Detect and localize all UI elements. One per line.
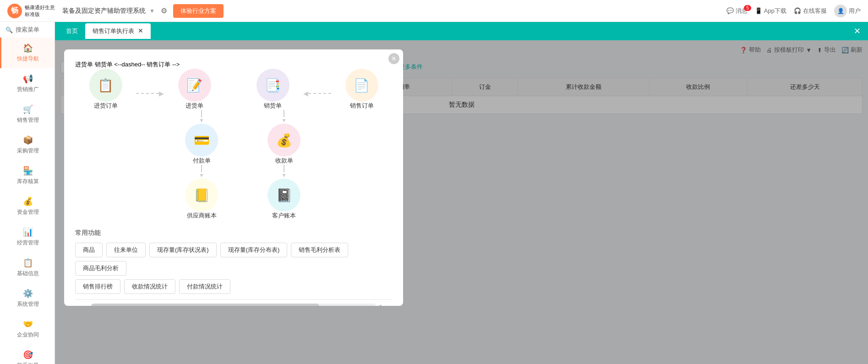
- app-download-label: App下载: [764, 7, 786, 15]
- func-btn-receipt-stat[interactable]: 收款情况统计: [124, 279, 175, 294]
- purchase-bill-label: 进货单: [186, 102, 203, 110]
- app-download-button[interactable]: 📱 App下载: [755, 7, 786, 15]
- system-title-text: 装备及固定资产辅助管理系统: [62, 7, 146, 15]
- sidebar-label-marketing: 营销推广: [17, 86, 39, 93]
- purchase-order-label: 进货订单: [94, 102, 118, 110]
- customer-ledger-label: 客户账本: [272, 212, 296, 220]
- sidebar-item-inventory[interactable]: 🏪 库存核算: [0, 160, 55, 191]
- flow-node-receipt[interactable]: 💰 收款单: [252, 124, 316, 165]
- clipboard-icon: 📋: [23, 258, 33, 268]
- func-btn-sales-profit[interactable]: 销售毛利分析表: [291, 243, 348, 257]
- sidebar-item-operations[interactable]: 📊 经营管理: [0, 222, 55, 252]
- common-func-title: 常用功能: [75, 229, 392, 237]
- sidebar-label-basic-info: 基础信息: [17, 270, 39, 277]
- search-menu-label: 搜索菜单: [16, 26, 39, 34]
- tab-sales-exec-label: 销售订单执行表: [93, 27, 134, 34]
- sidebar-label-quick-nav: 快捷导航: [17, 55, 39, 63]
- sidebar-item-newbie[interactable]: 🎯 新手引导: [0, 344, 55, 364]
- sidebar-item-sales[interactable]: 🛒 销售管理: [0, 99, 55, 130]
- sales-order-circle: 📄: [345, 69, 378, 102]
- top-bar: 畅 畅康通好生意 标准版 装备及固定资产辅助管理系统 ▼ ⚙ 体验行业方案 💬 …: [0, 0, 868, 22]
- guide-icon: 🎯: [23, 350, 33, 360]
- sidebar-item-system[interactable]: ⚙️ 系统管理: [0, 283, 55, 314]
- sales-bill-circle: 📑: [257, 69, 289, 102]
- receipt-label: 收款单: [275, 157, 293, 165]
- sidebar-label-operations: 经营管理: [17, 239, 39, 247]
- sidebar-item-basic-info[interactable]: 📋 基础信息: [0, 252, 55, 283]
- flow-node-purchase-bill[interactable]: 📝 进货单: [164, 69, 225, 110]
- scroll-right-icon[interactable]: ▶: [380, 303, 385, 306]
- user-avatar[interactable]: 👤 用户: [834, 5, 861, 17]
- purchase-order-icon: 📋: [98, 78, 114, 93]
- system-title: 装备及固定资产辅助管理系统 ▼ ⚙ 体验行业方案: [62, 4, 726, 18]
- sales-order-label: 销售订单: [350, 102, 374, 110]
- sidebar-item-quick-nav[interactable]: 🏠 快捷导航: [0, 38, 55, 68]
- func-btn-product-profit[interactable]: 商品毛利分析: [75, 261, 126, 276]
- flow-node-customer-ledger[interactable]: 📓 客户账本: [252, 179, 316, 220]
- flow-node-sales-bill[interactable]: 📑 销货单: [242, 69, 303, 110]
- system-dropdown-arrow[interactable]: ▼: [149, 8, 155, 14]
- flow-node-payment[interactable]: 💳 付款单: [169, 124, 234, 165]
- sidebar: 🔍 搜索菜单 🏠 快捷导航 📢 营销推广 🛒 销售管理 📦 采购管理 🏪 库存核…: [0, 22, 55, 364]
- sidebar-item-marketing[interactable]: 📢 营销推广: [0, 68, 55, 99]
- modal-overlay[interactable]: ✕ 进货单 销货单 <--dashed-- 销售订单 --> 📋 进货订单: [55, 40, 868, 364]
- flow-node-purchase-order[interactable]: 📋 进货订单: [75, 69, 136, 110]
- sidebar-label-inventory: 库存核算: [17, 178, 39, 185]
- top-right-actions: 💬 消息 5 📱 App下载 🎧 在线客服 👤 用户: [726, 5, 861, 17]
- payment-icon: 💳: [194, 133, 210, 148]
- message-button[interactable]: 💬 消息 5: [726, 7, 748, 15]
- modal-scrollbar[interactable]: ▶: [75, 299, 392, 306]
- content-area: 首页 销售订单执行表 ✕ ✕ ❓ 帮助 🖨 按模板打印 ▼: [55, 22, 868, 364]
- customer-ledger-icon: 📓: [276, 188, 292, 203]
- sales-bill-icon: 📑: [265, 78, 281, 93]
- settings-icon[interactable]: ⚙: [158, 5, 169, 16]
- func-btn-product[interactable]: 商品: [75, 243, 103, 257]
- user-label: 用户: [849, 7, 861, 15]
- main-layout: 🔍 搜索菜单 🏠 快捷导航 📢 营销推广 🛒 销售管理 📦 采购管理 🏪 库存核…: [0, 22, 868, 364]
- func-buttons-row2: 销售排行榜 收款情况统计 付款情况统计: [75, 279, 392, 294]
- trial-button[interactable]: 体验行业方案: [173, 4, 224, 18]
- customer-ledger-circle: 📓: [267, 179, 300, 212]
- supplier-ledger-icon: 📒: [194, 188, 210, 203]
- tab-sales-exec[interactable]: 销售订单执行表 ✕: [85, 23, 151, 39]
- tab-close-icon[interactable]: ✕: [138, 27, 143, 34]
- sidebar-item-purchase[interactable]: 📦 采购管理: [0, 130, 55, 160]
- search-icon: 🔍: [5, 27, 13, 33]
- func-btn-counterpart[interactable]: 往来单位: [106, 243, 146, 257]
- search-menu-button[interactable]: 🔍 搜索菜单: [0, 22, 55, 38]
- sales-order-icon: 📄: [354, 78, 370, 93]
- func-btn-payment-stat[interactable]: 付款情况统计: [179, 279, 230, 294]
- sidebar-item-enterprise[interactable]: 🤝 企业协同: [0, 314, 55, 344]
- home-icon: 🏠: [23, 43, 33, 53]
- message-icon: 💬: [726, 7, 734, 14]
- purchase-bill-circle: 📝: [178, 69, 211, 102]
- money-icon: 💰: [23, 196, 33, 206]
- payment-label: 付款单: [193, 157, 211, 165]
- phone-icon: 📱: [755, 7, 762, 14]
- sidebar-label-sales: 销售管理: [17, 116, 39, 124]
- func-buttons-row1: 商品 往来单位 现存量(库存状况表) 现存量(库存分布表) 销售毛利分析表 商品…: [75, 243, 392, 276]
- func-btn-stock-status[interactable]: 现存量(库存状况表): [149, 243, 217, 257]
- cart-icon: 🛒: [23, 104, 33, 114]
- down-arrow-receipt: ▼: [252, 165, 316, 179]
- receipt-circle: 💰: [267, 124, 300, 157]
- window-close-icon[interactable]: ✕: [854, 26, 861, 36]
- supplier-ledger-circle: 📒: [185, 179, 218, 212]
- sidebar-label-enterprise: 企业协同: [17, 331, 39, 339]
- func-btn-stock-dist[interactable]: 现存量(库存分布表): [220, 243, 288, 257]
- sidebar-item-finance[interactable]: 💰 资金管理: [0, 191, 55, 222]
- chart-icon: 📊: [23, 227, 33, 237]
- tab-bar: 首页 销售订单执行表 ✕ ✕: [55, 22, 868, 40]
- gear-icon: ⚙️: [23, 288, 33, 299]
- tab-home[interactable]: 首页: [59, 23, 85, 39]
- supplier-ledger-label: 供应商账本: [187, 212, 217, 220]
- box-icon: 📦: [23, 135, 33, 145]
- logo-icon: 畅: [7, 4, 22, 18]
- online-service-button[interactable]: 🎧 在线客服: [794, 7, 827, 15]
- flow-node-sales-order[interactable]: 📄 销售订单: [331, 69, 392, 110]
- down-arrow-purchase-bill: ▼: [169, 110, 234, 124]
- flow-node-supplier-ledger[interactable]: 📒 供应商账本: [169, 179, 234, 220]
- logo-text: 畅康通好生意 标准版: [25, 4, 55, 17]
- func-btn-sales-rank[interactable]: 销售排行榜: [75, 279, 120, 294]
- modal-close-button[interactable]: ✕: [388, 53, 399, 64]
